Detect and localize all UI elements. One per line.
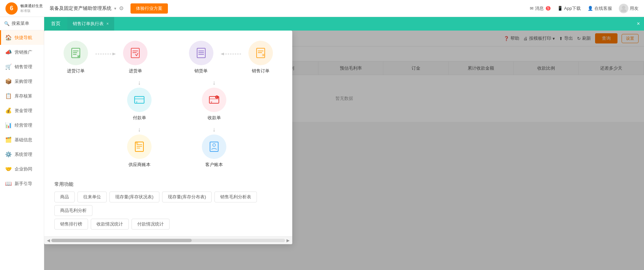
arrow-down-3: ↓ xyxy=(138,124,141,134)
message-item[interactable]: ✉ 消息 5 xyxy=(530,5,551,12)
avatar xyxy=(619,4,628,13)
tab-close-icon[interactable]: × xyxy=(106,21,109,26)
sidebar-label-quick-nav: 快捷导航 xyxy=(15,35,32,41)
wf-item-supplier-ledger[interactable]: 账 供应商账本 xyxy=(119,134,160,168)
wf-arrow-1 xyxy=(93,51,117,64)
tab-home[interactable]: 首页 xyxy=(44,17,67,31)
user-area[interactable]: 用友 xyxy=(619,4,639,13)
modal-overlay[interactable]: 进货订单 xyxy=(44,31,644,270)
logo-icon: 6 xyxy=(5,2,18,15)
scrollbar-thumb[interactable] xyxy=(51,239,192,242)
wf-item-purchase-order[interactable]: 进货订单 xyxy=(58,41,93,74)
cf-buttons-2: 销售排行榜 收款情况统计 付款情况统计 xyxy=(54,219,282,230)
sidebar-item-basic-info[interactable]: 🗂️ 基础信息 xyxy=(0,132,44,147)
tab-sales-order[interactable]: 销售订单执行表 × xyxy=(67,17,114,31)
sidebar-label-cooperation: 企业协同 xyxy=(15,166,32,172)
sidebar-item-inventory[interactable]: 📋 库存核算 xyxy=(0,89,44,103)
sidebar-item-quick-nav[interactable]: 🏠 快捷导航 xyxy=(0,30,44,45)
cf-btn-sales-rank[interactable]: 销售排行榜 xyxy=(54,219,88,230)
spacer-b xyxy=(99,77,119,88)
modal-scrollbar: ◀ ▶ xyxy=(44,236,292,244)
cf-btn-sales-margin[interactable]: 销售毛利分析表 xyxy=(214,192,257,202)
tab-window-close[interactable]: × xyxy=(633,17,644,31)
cf-btn-partner[interactable]: 往来单位 xyxy=(77,192,107,202)
basicinfo-icon: 🗂️ xyxy=(5,137,12,143)
wf-item-receipt[interactable]: ¥ ! 收款单 xyxy=(194,88,234,121)
cf-btn-stock-status[interactable]: 现存量(库存状况表) xyxy=(109,192,159,202)
sidebar-item-system[interactable]: ⚙️ 系统管理 xyxy=(0,147,44,162)
down-arrow-receipt: ↓ xyxy=(194,77,234,88)
sidebar: 🔍 搜索菜单 🏠 快捷导航 📣 营销推广 🛒 销售管理 📦 采购管理 📋 库存核… xyxy=(0,17,44,270)
cf-btn-goods-margin[interactable]: 商品毛利分析 xyxy=(54,205,92,216)
top-header: 6 畅康通好生意 标准版 装备及固定资产辅助管理系统 ▾ ⚙ 体验行业方案 ✉ … xyxy=(0,0,644,17)
wf-item-payment[interactable]: ¥ 付款单 xyxy=(119,88,160,121)
dropdown-icon[interactable]: ▾ xyxy=(114,6,116,11)
purchase-icon: 📦 xyxy=(5,78,12,85)
scroll-right-icon[interactable]: ▶ xyxy=(286,238,290,243)
wf-item-customer-ledger[interactable]: 客户账本 xyxy=(194,134,234,168)
cf-btn-receipt-stats[interactable]: 收款情况统计 xyxy=(91,219,129,230)
app-download-item[interactable]: 📱 App下载 xyxy=(557,5,581,12)
service-icon: 👤 xyxy=(588,6,593,11)
sidebar-item-sales[interactable]: 🛒 销售管理 xyxy=(0,59,44,74)
sidebar-item-finance[interactable]: 💰 资金管理 xyxy=(0,103,44,118)
wf-item-sales-bill[interactable]: 销货单 xyxy=(183,41,219,74)
wf-circle-sales-order xyxy=(248,41,273,65)
sidebar-item-marketing[interactable]: 📣 营销推广 xyxy=(0,45,44,59)
svg-rect-22 xyxy=(135,98,144,100)
wf-label-receipt: 收款单 xyxy=(208,115,221,121)
svg-marker-16 xyxy=(221,53,224,55)
message-label: 消息 xyxy=(535,5,544,12)
user-name: 用友 xyxy=(630,5,639,12)
spacer-a xyxy=(58,77,99,88)
cf-btn-goods[interactable]: 商品 xyxy=(54,192,75,202)
sidebar-item-guide[interactable]: 📖 新手引导 xyxy=(0,176,44,191)
workflow-diagram: 进货订单 xyxy=(44,31,292,178)
main-layout: 🔍 搜索菜单 🏠 快捷导航 📣 营销推广 🛒 销售管理 📦 采购管理 📋 库存核… xyxy=(0,17,644,270)
wf-item-sales-order[interactable]: 销售订单 xyxy=(243,41,279,74)
svg-point-1 xyxy=(621,9,626,12)
app-name: 畅康通好生意 xyxy=(20,3,43,8)
home-icon: 🏠 xyxy=(5,34,12,41)
app-download-label: App下载 xyxy=(564,5,581,12)
wf-label-purchase-bill: 进货单 xyxy=(129,68,142,74)
wf-label-supplier-ledger: 供应商账本 xyxy=(128,162,151,168)
system-title: 装备及固定资产辅助管理系统 xyxy=(50,5,111,12)
sidebar-label-system: 系统管理 xyxy=(15,151,32,158)
logo-area: 6 畅康通好生意 标准版 xyxy=(5,2,50,15)
wf-circle-sales-bill xyxy=(189,41,213,65)
operation-icon: 📊 xyxy=(5,122,12,128)
sidebar-label-marketing: 营销推广 xyxy=(15,49,32,55)
scroll-left-icon[interactable]: ◀ xyxy=(47,238,50,243)
sidebar-item-cooperation[interactable]: 🤝 企业协同 xyxy=(0,162,44,176)
inventory-icon: 📋 xyxy=(5,93,12,99)
wf-circle-payment: ¥ xyxy=(127,88,152,112)
cf-btn-payment-stats[interactable]: 付款情况统计 xyxy=(132,219,170,230)
wf-circle-customer xyxy=(202,134,226,159)
scrollbar-track[interactable] xyxy=(51,239,285,242)
page-content: ❓ 帮助 🖨 按模板打印 ▾ ⬆ 导出 ↻ 刷新 查询 设置 xyxy=(44,31,644,270)
search-menu[interactable]: 🔍 搜索菜单 xyxy=(0,17,44,30)
wf-label-sales-order: 销售订单 xyxy=(252,68,269,74)
online-service-label: 在线客服 xyxy=(594,5,612,12)
sales-icon: 🛒 xyxy=(5,64,12,70)
svg-point-27 xyxy=(215,95,219,99)
wf-circle-receipt: ¥ ! xyxy=(202,88,226,112)
cf-btn-stock-dist[interactable]: 现存量(库存分布表) xyxy=(162,192,212,202)
tab-bar: 首页 销售订单执行表 × × xyxy=(44,17,644,31)
online-service-item[interactable]: 👤 在线客服 xyxy=(588,5,612,12)
sidebar-label-finance: 资金管理 xyxy=(15,108,32,114)
sidebar-item-purchase[interactable]: 📦 采购管理 xyxy=(0,74,44,89)
finance-icon: 💰 xyxy=(5,107,12,114)
arrow-down-1: ↓ xyxy=(138,77,141,88)
gear-icon[interactable]: ⚙ xyxy=(119,5,124,12)
guide-icon: 📖 xyxy=(5,180,12,187)
svg-text:账: 账 xyxy=(136,142,138,144)
workflow-row-2: ¥ 付款单 xyxy=(58,88,279,121)
trial-button[interactable]: 体验行业方案 xyxy=(130,3,168,14)
wf-item-purchase-bill[interactable]: 进货单 xyxy=(118,41,153,74)
arrow-down-4: ↓ xyxy=(213,124,216,134)
sidebar-item-operation[interactable]: 📊 经营管理 xyxy=(0,118,44,132)
sidebar-label-purchase: 采购管理 xyxy=(15,78,32,85)
spacer-c xyxy=(160,77,194,88)
